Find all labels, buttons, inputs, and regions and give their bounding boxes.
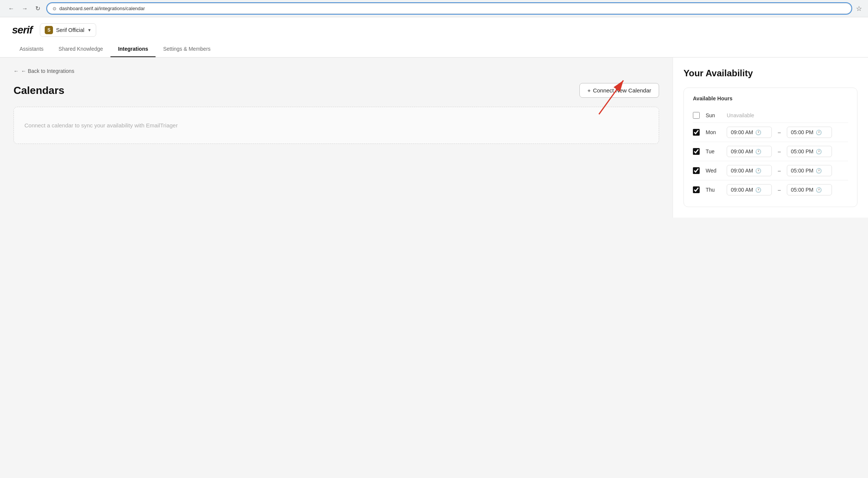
left-panel: ← ← Back to Integrations Calendars + Con…: [0, 57, 673, 218]
available-hours-label: Available Hours: [693, 95, 848, 101]
time-value-tue-start: 09:00 AM: [731, 148, 753, 154]
time-value-wed-start: 09:00 AM: [731, 168, 753, 174]
refresh-button[interactable]: ↻: [33, 3, 42, 14]
time-separator-wed: –: [778, 168, 781, 174]
available-hours-card: Available Hours Sun Unavailable Mon 09:0…: [684, 88, 857, 207]
page-content: ← ← Back to Integrations Calendars + Con…: [0, 57, 868, 218]
address-icon: ⊙: [53, 6, 56, 11]
org-selector[interactable]: S Serif Official ▼: [40, 23, 96, 37]
day-row-tue: Tue 09:00 AM 🕐 – 05:00 PM 🕐: [693, 142, 848, 161]
day-label-thu: Thu: [706, 187, 721, 193]
plus-icon: +: [587, 87, 591, 94]
time-input-mon-start[interactable]: 09:00 AM 🕐: [727, 127, 772, 138]
tab-shared-knowledge[interactable]: Shared Knowledge: [51, 41, 110, 57]
time-separator-mon: –: [778, 129, 781, 135]
day-label-wed: Wed: [706, 168, 721, 174]
empty-calendar-box: Connect a calendar to sync your availabi…: [14, 107, 659, 144]
address-bar[interactable]: ⊙ dashboard.serif.ai/integrations/calend…: [47, 3, 851, 14]
tab-integrations[interactable]: Integrations: [110, 41, 156, 57]
org-avatar: S: [45, 26, 53, 34]
url-text: dashboard.serif.ai/integrations/calendar: [59, 6, 145, 11]
back-button[interactable]: ←: [6, 4, 17, 14]
header-top: serif S Serif Official ▼: [12, 17, 856, 41]
unavailable-text-sun: Unavailable: [727, 112, 754, 118]
time-value-thu-start: 09:00 AM: [731, 187, 753, 193]
clock-icon-tue-end: 🕐: [816, 149, 822, 154]
nav-tabs: Assistants Shared Knowledge Integrations…: [12, 41, 856, 57]
clock-icon-wed-start: 🕐: [755, 168, 761, 174]
app-header: serif S Serif Official ▼ Assistants Shar…: [0, 17, 868, 57]
day-checkbox-mon[interactable]: [693, 129, 700, 136]
day-checkbox-tue[interactable]: [693, 148, 700, 155]
back-to-integrations-link[interactable]: ← ← Back to Integrations: [14, 68, 659, 74]
chevron-down-icon: ▼: [87, 28, 91, 32]
back-arrow-icon: ←: [14, 68, 19, 74]
time-separator-tue: –: [778, 148, 781, 154]
back-link-text: ← Back to Integrations: [21, 68, 74, 74]
forward-button[interactable]: →: [20, 4, 30, 14]
clock-icon-thu-end: 🕐: [816, 187, 822, 193]
time-input-thu-start[interactable]: 09:00 AM 🕐: [727, 184, 772, 195]
day-label-mon: Mon: [706, 129, 721, 135]
day-row-thu: Thu 09:00 AM 🕐 – 05:00 PM 🕐: [693, 180, 848, 199]
time-value-tue-end: 05:00 PM: [791, 148, 814, 154]
time-input-tue-start[interactable]: 09:00 AM 🕐: [727, 146, 772, 157]
time-input-tue-end[interactable]: 05:00 PM 🕐: [787, 146, 832, 157]
clock-icon-mon-end: 🕐: [816, 130, 822, 135]
clock-icon-mon-start: 🕐: [755, 130, 761, 135]
clock-icon-wed-end: 🕐: [816, 168, 822, 174]
right-panel: Your Availability Available Hours Sun Un…: [673, 57, 868, 218]
time-input-wed-end[interactable]: 05:00 PM 🕐: [787, 165, 832, 176]
day-row-mon: Mon 09:00 AM 🕐 – 05:00 PM 🕐: [693, 123, 848, 142]
day-checkbox-wed[interactable]: [693, 167, 700, 174]
time-value-thu-end: 05:00 PM: [791, 187, 814, 193]
calendars-header: Calendars + Connect New Calendar: [14, 83, 659, 98]
app-logo: serif: [12, 24, 32, 36]
nav-buttons: ← → ↻: [6, 3, 42, 14]
day-row-sun: Sun Unavailable: [693, 108, 848, 123]
day-label-sun: Sun: [706, 112, 721, 118]
connect-new-calendar-button[interactable]: + Connect New Calendar: [579, 83, 659, 98]
time-input-thu-end[interactable]: 05:00 PM 🕐: [787, 184, 832, 195]
time-input-wed-start[interactable]: 09:00 AM 🕐: [727, 165, 772, 176]
day-checkbox-sun[interactable]: [693, 112, 700, 119]
calendars-title: Calendars: [14, 85, 64, 97]
tab-settings-members[interactable]: Settings & Members: [156, 41, 218, 57]
tab-assistants[interactable]: Assistants: [12, 41, 51, 57]
org-name: Serif Official: [56, 27, 84, 33]
connect-btn-label: Connect New Calendar: [593, 87, 651, 94]
bookmark-button[interactable]: ☆: [856, 5, 862, 13]
empty-box-text: Connect a calendar to sync your availabi…: [24, 122, 178, 129]
clock-icon-thu-start: 🕐: [755, 187, 761, 193]
time-value-mon-start: 09:00 AM: [731, 129, 753, 135]
time-value-mon-end: 05:00 PM: [791, 129, 814, 135]
day-label-tue: Tue: [706, 148, 721, 154]
day-checkbox-thu[interactable]: [693, 186, 700, 193]
time-value-wed-end: 05:00 PM: [791, 168, 814, 174]
annotation-wrapper: Connect a calendar to sync your availabi…: [14, 107, 659, 144]
browser-chrome: ← → ↻ ⊙ dashboard.serif.ai/integrations/…: [0, 0, 868, 17]
availability-title: Your Availability: [684, 68, 857, 79]
time-separator-thu: –: [778, 187, 781, 193]
day-row-wed: Wed 09:00 AM 🕐 – 05:00 PM 🕐: [693, 161, 848, 180]
clock-icon-tue-start: 🕐: [755, 149, 761, 154]
time-input-mon-end[interactable]: 05:00 PM 🕐: [787, 127, 832, 138]
